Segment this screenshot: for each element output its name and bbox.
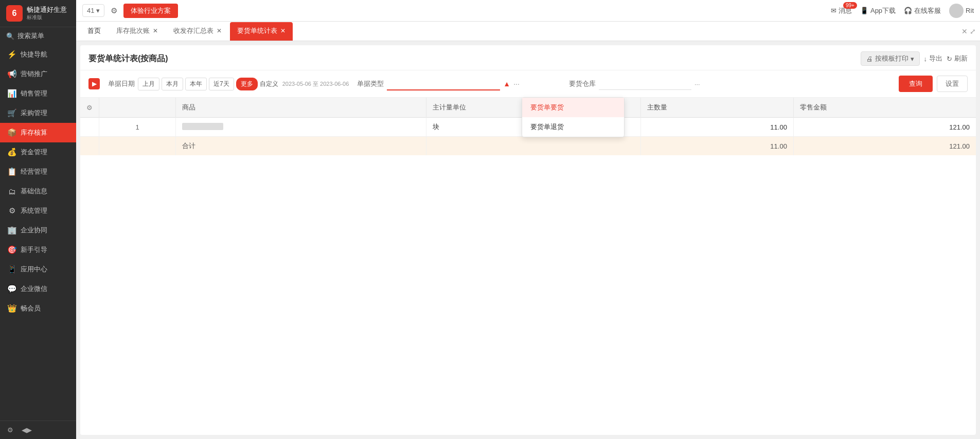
tab-summary-close[interactable]: ✕	[217, 27, 222, 34]
online-service-label: 在线客服	[914, 6, 941, 15]
refresh-button[interactable]: ↻ 刷新	[947, 54, 968, 63]
custom-date-btn[interactable]: 自定义	[260, 80, 278, 88]
type-select-arrow[interactable]: ▲	[503, 80, 510, 88]
this-year-btn[interactable]: 本年	[185, 78, 207, 90]
marketing-icon: 📢	[7, 69, 16, 79]
purchase-icon: 🛒	[7, 108, 16, 118]
print-button[interactable]: 🖨 按模板打印 ▾	[861, 51, 920, 66]
sidebar-item-label: 库存核算	[21, 128, 47, 137]
app-download-button[interactable]: 📱 App下载	[860, 6, 896, 15]
print-dropdown-icon: ▾	[911, 55, 914, 63]
warehouse-input[interactable]	[599, 78, 691, 90]
main-area: 41 ▾ ⚙ 体验行业方案 ✉ 消息 99+ 📱 App下载 🎧 在线客服 R	[76, 0, 980, 439]
header-right: ✉ 消息 99+ 📱 App下载 🎧 在线客服 Rit	[831, 4, 974, 18]
close-all-icon[interactable]: ✕	[961, 27, 968, 35]
tab-batch-label: 库存批次账	[116, 26, 150, 35]
warehouse-more-icon[interactable]: ···	[694, 80, 700, 88]
sidebar-item-purchase[interactable]: 🛒 采购管理	[0, 103, 76, 123]
user-name: Rit	[966, 7, 974, 14]
tab-batch[interactable]: 库存批次账 ✕	[109, 22, 165, 41]
row-product	[176, 118, 426, 137]
page-header: 要货单统计表(按商品) 🖨 按模板打印 ▾ ↓ 导出 ↻ 刷新	[80, 45, 976, 70]
member-icon: 👑	[7, 304, 16, 313]
sidebar-item-inventory[interactable]: 📦 库存核算	[0, 123, 76, 142]
tab-batch-close[interactable]: ✕	[153, 27, 158, 34]
edition-label: 标准版	[27, 14, 67, 21]
message-icon: ✉	[831, 7, 836, 14]
sidebar-item-shortcut[interactable]: ⚡ 快捷导航	[0, 45, 76, 64]
last-7-days-btn[interactable]: 近7天	[209, 78, 234, 90]
sidebar-item-label: 资金管理	[21, 148, 47, 157]
export-icon: ↓	[924, 55, 928, 63]
sidebar-item-system[interactable]: ⚙ 系统管理	[0, 201, 76, 221]
sidebar-item-enterprise[interactable]: 🏢 企业协同	[0, 221, 76, 240]
type-select-more[interactable]: ···	[513, 80, 520, 88]
app-logo-icon: 6	[6, 5, 23, 22]
sidebar-bottom: ⚙ ◀▶	[0, 420, 76, 439]
tab-order-stats-close[interactable]: ✕	[280, 27, 286, 34]
filter-expand-button[interactable]: ▶	[88, 78, 100, 89]
search-menu[interactable]: 🔍 搜索菜单	[0, 27, 76, 45]
search-icon: 🔍	[6, 32, 14, 40]
sidebar-item-finance[interactable]: 💰 资金管理	[0, 142, 76, 162]
tab-home[interactable]: 首页	[80, 22, 108, 41]
sidebar-item-label: 应用中心	[21, 265, 47, 274]
more-date-btn[interactable]: 更多	[236, 78, 258, 90]
user-avatar[interactable]: Rit	[949, 4, 974, 18]
collapse-icon[interactable]: ◀▶	[22, 426, 32, 434]
sidebar-item-operation[interactable]: 📋 经营管理	[0, 162, 76, 181]
tab-summary[interactable]: 收发存汇总表 ✕	[166, 22, 229, 41]
header-gear-button[interactable]: ⚙	[109, 4, 119, 17]
tab-order-stats[interactable]: 要货单统计表 ✕	[230, 22, 293, 41]
sidebar-item-label: 企业微信	[21, 284, 47, 294]
promo-button[interactable]: 体验行业方案	[123, 4, 178, 18]
export-button[interactable]: ↓ 导出	[924, 54, 943, 63]
total-qty: 11.00	[641, 137, 794, 156]
finance-icon: 💰	[7, 148, 16, 157]
sidebar-item-guide[interactable]: 🎯 新手引导	[0, 240, 76, 260]
sidebar-item-marketing[interactable]: 📢 营销推广	[0, 64, 76, 84]
header-left: 41 ▾ ⚙ 体验行业方案	[82, 4, 178, 18]
dropdown-item-order-goods[interactable]: 要货单要货	[522, 98, 624, 117]
logo-text-block: 畅捷通好生意 标准版	[27, 6, 67, 22]
guide-icon: 🎯	[7, 245, 16, 254]
col-header-qty: 主数量	[641, 98, 794, 118]
expand-tab-icon[interactable]: ⤢	[970, 27, 976, 35]
row-qty: 11.00	[641, 118, 794, 137]
sidebar-item-label: 企业协同	[21, 226, 47, 235]
type-select-wrapper: 单据类型 ▲ ··· 要货单要货 要货单退货	[357, 78, 520, 90]
total-gear	[80, 137, 99, 156]
sales-icon: 📊	[7, 89, 16, 98]
sidebar-item-label: 畅会员	[21, 304, 41, 313]
store-selector[interactable]: 41 ▾	[82, 4, 104, 17]
date-filter-group: 单据日期 上月 本月 本年 近7天 更多 自定义 2023-05-06 至 20…	[108, 78, 349, 90]
type-filter-label: 单据类型	[357, 79, 384, 88]
online-service-button[interactable]: 🎧 在线客服	[904, 6, 941, 15]
sidebar-item-appstore[interactable]: 📱 应用中心	[0, 260, 76, 279]
last-month-btn[interactable]: 上月	[138, 78, 159, 90]
sidebar-item-sales[interactable]: 📊 销售管理	[0, 84, 76, 103]
settings-button[interactable]: 设置	[937, 76, 968, 92]
search-menu-label: 搜索菜单	[17, 31, 44, 41]
query-button[interactable]: 查询	[899, 76, 933, 92]
store-dropdown-icon: ▾	[96, 7, 100, 14]
col-header-settings[interactable]: ⚙	[80, 98, 99, 118]
sidebar-item-label: 新手引导	[21, 245, 47, 254]
total-label: 合计	[176, 137, 426, 156]
messages-button[interactable]: ✉ 消息 99+	[831, 6, 852, 15]
sidebar-item-wechat[interactable]: 💬 企业微信	[0, 279, 76, 299]
tab-home-label: 首页	[87, 26, 101, 35]
sidebar-item-basic[interactable]: 🗂 基础信息	[0, 181, 76, 201]
settings-icon[interactable]: ⚙	[7, 426, 13, 434]
type-select-input[interactable]	[387, 78, 500, 90]
sidebar-item-member[interactable]: 👑 畅会员	[0, 299, 76, 318]
type-dropdown-menu: 要货单要货 要货单退货	[522, 97, 625, 137]
this-month-btn[interactable]: 本月	[162, 78, 183, 90]
page-content: 要货单统计表(按商品) 🖨 按模板打印 ▾ ↓ 导出 ↻ 刷新 ▶	[80, 45, 976, 435]
tab-bar: 首页 库存批次账 ✕ 收发存汇总表 ✕ 要货单统计表 ✕ ✕ ⤢	[76, 22, 980, 41]
print-label: 按模板打印	[875, 54, 908, 63]
col-header-product: 商品	[176, 98, 426, 118]
dropdown-item-order-return[interactable]: 要货单退货	[522, 117, 624, 137]
system-icon: ⚙	[7, 206, 16, 215]
headset-icon: 🎧	[904, 7, 912, 14]
